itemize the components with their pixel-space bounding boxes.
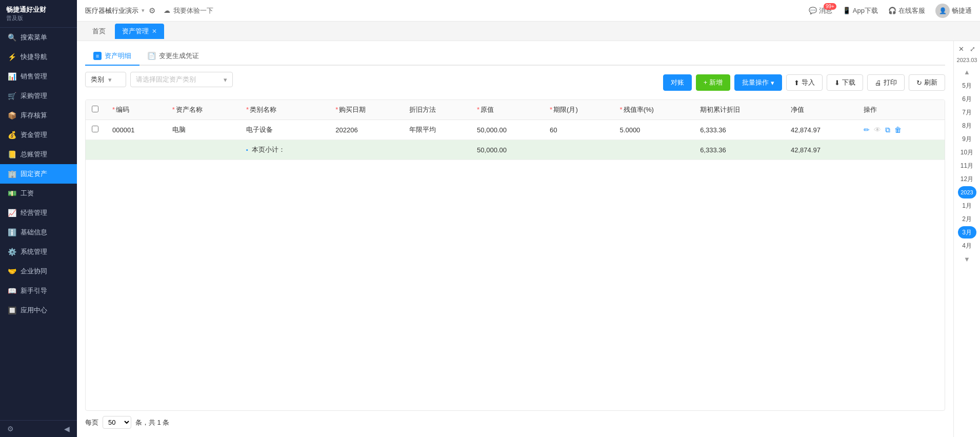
refresh-button[interactable]: ↻ 刷新: [909, 74, 945, 91]
app-download-button[interactable]: 📱 App下载: [843, 6, 878, 15]
subtotal-row: ▪ 本页小计： 50,000.00 6,333.36 42,874.97: [86, 140, 945, 160]
user-name: 畅捷通: [952, 6, 972, 15]
experience-button[interactable]: ☁ 我要体验一下: [164, 6, 213, 15]
company-selector[interactable]: 医疗器械行业演示 ▾: [85, 6, 145, 15]
sidebar-item-quicknav[interactable]: ⚡ 快捷导航: [0, 47, 77, 67]
sidebar-item-purchase[interactable]: 🛒 采购管理: [0, 86, 77, 106]
sidebar-item-system[interactable]: ⚙️ 系统管理: [0, 242, 77, 262]
month-10[interactable]: 10月: [958, 146, 976, 158]
tab-asset-mgmt[interactable]: 资产管理 ✕: [115, 24, 164, 39]
col-action: 操作: [857, 100, 945, 120]
fixedasset-icon: 🏢: [7, 169, 16, 178]
asset-management-panel: ≡ 资产明细 📄 变更生成凭证 类别 ▾ 请选择固定资产类别: [77, 41, 953, 437]
per-page-label: 每页: [85, 418, 98, 427]
batch-chevron-icon: ▾: [771, 79, 774, 87]
sidebar-item-label: 工资: [21, 189, 34, 198]
sidebar-item-guide[interactable]: 📖 新手引导: [0, 281, 77, 301]
sidebar-item-basicinfo[interactable]: ℹ️ 基础信息: [0, 223, 77, 242]
sidebar-nav: 🔍 搜索菜单 ⚡ 快捷导航 📊 销售管理 🛒 采购管理 📦 库存核算 💰 资金管…: [0, 28, 77, 420]
input-chevron-icon: ▾: [224, 76, 227, 84]
month-7[interactable]: 7月: [958, 106, 976, 118]
col-checkbox: [86, 100, 106, 120]
filter-bar: 类别 ▾ 请选择固定资产类别 ▾: [85, 72, 233, 87]
download-button[interactable]: ⬇ 下载: [827, 74, 863, 91]
select-all-checkbox[interactable]: [92, 106, 98, 112]
sidebar-item-appcenter[interactable]: 🔲 应用中心: [0, 301, 77, 320]
category-input[interactable]: 请选择固定资产类别 ▾: [130, 72, 233, 87]
nav-down-arrow[interactable]: ▼: [963, 254, 971, 264]
topbar: 医疗器械行业演示 ▾ ⚙ ☁ 我要体验一下 💬 消息 99+ 📱 App下载 🎧…: [77, 0, 980, 22]
right-panel-expand-icon[interactable]: ⤢: [970, 45, 975, 54]
sub-tab-asset-list[interactable]: ≡ 资产明细: [85, 47, 139, 66]
sidebar-item-inventory[interactable]: 📦 库存核算: [0, 106, 77, 125]
month-6[interactable]: 6月: [958, 93, 976, 105]
sub-tab-voucher-gen[interactable]: 📄 变更生成凭证: [139, 47, 207, 66]
row-original-value: 50,000.00: [471, 120, 544, 140]
sidebar-item-sales[interactable]: 📊 销售管理: [0, 67, 77, 86]
batch-button[interactable]: 批量操作 ▾: [734, 74, 782, 91]
import-button[interactable]: ⬆ 导入: [786, 74, 823, 91]
message-icon: 💬: [809, 7, 817, 14]
batch-label: 批量操作: [742, 78, 769, 87]
row-checkbox[interactable]: [86, 120, 106, 140]
sidebar-item-salary[interactable]: 💵 工资: [0, 184, 77, 203]
user-profile[interactable]: 👤 畅捷通: [935, 4, 972, 18]
topbar-right: 💬 消息 99+ 📱 App下载 🎧 在线客服 👤 畅捷通: [809, 4, 972, 18]
view-icon[interactable]: 👁: [874, 126, 881, 134]
sidebar-item-label: 系统管理: [21, 247, 47, 256]
online-service-button[interactable]: 🎧 在线客服: [888, 6, 925, 15]
tab-home-label: 首页: [92, 27, 106, 35]
gear-icon[interactable]: ⚙: [149, 6, 155, 15]
import-label: 导入: [802, 78, 815, 87]
sidebar-item-operation[interactable]: 📈 经营管理: [0, 203, 77, 223]
month-9[interactable]: 9月: [958, 133, 976, 145]
toolbar-right: 对账 + 新增 批量操作 ▾ ⬆ 导入 ⬇ 下载: [663, 74, 945, 91]
copy-icon[interactable]: ⧉: [885, 126, 890, 134]
month-4[interactable]: 4月: [958, 240, 976, 252]
guide-icon: 📖: [7, 286, 16, 295]
service-icon: 🎧: [888, 7, 896, 14]
refresh-label: 刷新: [924, 78, 937, 87]
voucher-gen-tab-icon: 📄: [148, 52, 156, 60]
sidebar-item-ledger[interactable]: 📒 总账管理: [0, 145, 77, 164]
delete-icon[interactable]: 🗑: [894, 126, 902, 134]
month-8[interactable]: 8月: [958, 120, 976, 132]
page-size-select[interactable]: 50 10 20 100: [103, 416, 131, 429]
right-panel-controls: ✕ ⤢: [954, 43, 980, 54]
reconcile-button[interactable]: 对账: [663, 74, 692, 91]
collapse-sidebar-icon[interactable]: ◀: [64, 425, 70, 433]
basicinfo-icon: ℹ️: [7, 228, 16, 237]
edit-icon[interactable]: ✏: [864, 126, 870, 134]
tab-home[interactable]: 首页: [85, 24, 113, 39]
print-button[interactable]: 🖨 打印: [867, 74, 905, 91]
sidebar-item-fund[interactable]: 💰 资金管理: [0, 125, 77, 145]
month-1[interactable]: 1月: [958, 200, 976, 212]
row-select-checkbox[interactable]: [92, 126, 98, 132]
year-2023-marker: 2023: [958, 186, 976, 198]
month-11[interactable]: 11月: [958, 160, 976, 172]
sidebar-item-enterprise[interactable]: 🤝 企业协同: [0, 262, 77, 281]
col-code: *编码: [106, 100, 166, 120]
sidebar-item-label: 企业协同: [21, 267, 47, 276]
month-2[interactable]: 2月: [958, 213, 976, 225]
month-3-active[interactable]: 3月: [958, 226, 976, 239]
col-purchase-date: *购买日期: [329, 100, 403, 120]
sidebar-item-fixedasset[interactable]: 🏢 固定资产: [0, 164, 77, 184]
nav-up-arrow[interactable]: ▲: [963, 67, 971, 77]
table-row: 000001 电脑 电子设备 202206 年限平均 50,000.00 60 …: [86, 120, 945, 140]
settings-icon[interactable]: ⚙: [7, 425, 14, 433]
new-button[interactable]: + 新增: [696, 74, 730, 91]
app-title: 畅捷通好业财: [6, 5, 46, 14]
chevron-down-icon: ▾: [142, 7, 145, 14]
tab-close-icon[interactable]: ✕: [152, 28, 157, 35]
category-filter[interactable]: 类别 ▾: [85, 72, 126, 87]
month-5[interactable]: 5月: [958, 80, 976, 92]
sidebar-item-label: 经营管理: [21, 208, 47, 217]
sidebar-item-search[interactable]: 🔍 搜索菜单: [0, 28, 77, 47]
right-panel-close-icon[interactable]: ✕: [958, 45, 964, 53]
download-icon: 📱: [843, 7, 851, 14]
sub-tab-asset-list-label: 资产明细: [105, 51, 131, 61]
month-12[interactable]: 12月: [958, 173, 976, 185]
message-button[interactable]: 💬 消息 99+: [809, 6, 832, 15]
fund-icon: 💰: [7, 130, 16, 140]
